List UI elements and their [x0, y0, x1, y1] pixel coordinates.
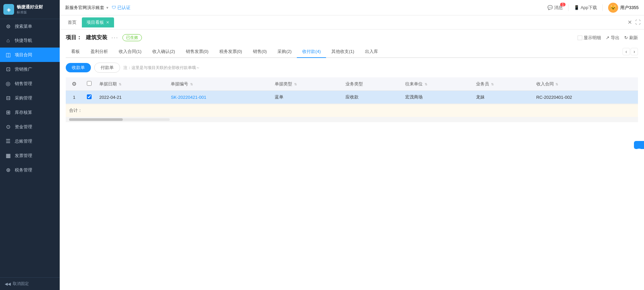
export-label: 导出 [611, 35, 620, 41]
sidebar-item-label: 快捷导航 [15, 38, 32, 44]
col-staff-label: 业务员 [476, 81, 489, 86]
sidebar-item-sales[interactable]: ◎ 销售管理 [0, 76, 60, 91]
horizontal-scrollbar[interactable] [66, 117, 638, 122]
total-label: 合计： [69, 108, 82, 113]
col-number-label: 单据编号 [171, 81, 188, 86]
export-button[interactable]: ↗ 导出 [606, 35, 620, 41]
subtab-inout[interactable]: 出入库 [360, 46, 383, 58]
subtab-receivepay-label: 收付款(4) [302, 49, 321, 54]
pay-filter-btn[interactable]: 付款单 [94, 63, 120, 73]
subtab-other-expense[interactable]: 其他收支(1) [326, 46, 360, 58]
sidebar-item-label: 营销推广 [15, 66, 32, 72]
quicknav-icon: ⌂ [5, 38, 11, 44]
subtab-profit-label: 盈利分析 [91, 49, 108, 54]
scrollbar-track[interactable] [69, 118, 170, 121]
sidebar-item-invoice[interactable]: ▦ 发票管理 [0, 148, 60, 163]
col-income-contract[interactable]: 收入合同 ⇅ [533, 77, 638, 91]
col-income-contract-label: 收入合同 [536, 81, 554, 86]
sidebar-item-capital[interactable]: ⊙ 资金管理 [0, 120, 60, 134]
sidebar-item-ledger[interactable]: ☰ 总账管理 [0, 134, 60, 148]
subtab-tax-invoice[interactable]: 税务发票(0) [214, 46, 248, 58]
sidebar-item-purchase[interactable]: ⊟ 采购管理 [0, 91, 60, 105]
sidebar-item-tax[interactable]: ⊛ 税务管理 [0, 163, 60, 177]
number-sort-icon: ⇅ [190, 82, 193, 86]
main-area: 新服务官网演示账套 ▾ 🛡 已认证 💬 消息 1 📱 App下载 😺 用户335… [60, 0, 644, 290]
row-checkbox[interactable] [87, 94, 92, 99]
workspace-name: 新服务官网演示账套 [65, 5, 104, 11]
col-checkbox [83, 77, 96, 91]
subtab-sales-label: 销售(0) [253, 49, 267, 54]
row-number-link[interactable]: SK-20220421-001 [171, 95, 206, 100]
col-date[interactable]: 单据日期 ⇅ [96, 77, 167, 91]
unpin-label: 取消固定 [13, 281, 29, 287]
tab-close-icon[interactable]: ✕ [106, 20, 109, 25]
subtab-income-contract-label: 收入合同(1) [119, 49, 142, 54]
tab-home-label: 首页 [68, 19, 76, 25]
sidebar: ◈ 畅捷通好业财 标准版 ⊜ 搜索菜单 ⌂ 快捷导航 ◫ 项目合同 ⊡ 营销推广… [0, 0, 60, 290]
sidebar-scroll: ⊜ 搜索菜单 ⌂ 快捷导航 ◫ 项目合同 ⊡ 营销推广 ◎ 销售管理 ⊟ 采购管… [0, 19, 60, 277]
col-biz-type: 业务类型 [342, 77, 402, 91]
subtab-other-expense-label: 其他收支(1) [331, 49, 354, 54]
sidebar-item-inventory[interactable]: ⊞ 库存核算 [0, 105, 60, 120]
workspace-selector[interactable]: 新服务官网演示账套 ▾ [65, 5, 108, 11]
row-date: 2022-04-21 [96, 91, 167, 104]
app-download-label: App下载 [581, 5, 597, 11]
subtab-sales-invoice-label: 销售发票(0) [186, 49, 209, 54]
content-inner: 项目： 建筑安装 ··· 已生效 显示明细 ↗ 导出 ↻ 刷 [60, 29, 644, 290]
row-staff: 龙妹 [473, 91, 533, 104]
maximize-window-icon[interactable]: ⛶ [635, 19, 641, 25]
subtab-sales[interactable]: 销售(0) [248, 46, 272, 58]
feedback-button[interactable]: 意见反馈 [634, 141, 644, 149]
subtab-next-arrow[interactable]: › [631, 48, 638, 55]
user-menu[interactable]: 😺 用户3355 [608, 3, 639, 13]
subtab-purchase-label: 采购(2) [277, 49, 291, 54]
shield-icon: 🛡 [112, 5, 116, 10]
subtab-receivepay[interactable]: 收付款(4) [297, 46, 326, 58]
data-table: ⚙ 单据日期 ⇅ 单据编号 ⇅ [66, 77, 638, 104]
table-settings-icon[interactable]: ⚙ [72, 81, 76, 87]
subtab-prev-arrow[interactable]: ‹ [623, 48, 630, 55]
col-partner[interactable]: 往来单位 ⇅ [402, 77, 473, 91]
show-detail-checkbox[interactable]: 显示明细 [578, 35, 601, 41]
col-number[interactable]: 单据编号 ⇅ [167, 77, 271, 91]
col-biz-type-label: 业务类型 [345, 81, 363, 86]
project-more-icon[interactable]: ··· [111, 34, 118, 41]
row-biz-type: 应收款 [342, 91, 402, 104]
close-window-icon[interactable]: ✕ [628, 19, 632, 25]
row-checkbox-cell [83, 91, 96, 104]
message-button[interactable]: 💬 消息 1 [547, 5, 563, 11]
sidebar-item-search[interactable]: ⊜ 搜索菜单 [0, 19, 60, 33]
subtab-purchase[interactable]: 采购(2) [272, 46, 297, 58]
subtab-sales-invoice[interactable]: 销售发票(0) [180, 46, 214, 58]
sidebar-footer[interactable]: ◀◀ 取消固定 [0, 277, 60, 290]
user-avatar: 😺 [608, 3, 618, 13]
subtab-income-contract[interactable]: 收入合同(1) [113, 46, 147, 58]
sidebar-header: ◈ 畅捷通好业财 标准版 [0, 0, 60, 19]
tab-project-board[interactable]: 项目看板 ✕ [82, 17, 114, 27]
purchase-icon: ⊟ [5, 95, 11, 101]
app-download-button[interactable]: 📱 App下载 [574, 5, 597, 11]
scrollbar-thumb[interactable] [69, 118, 123, 121]
subtab-income-confirm[interactable]: 收入确认(2) [147, 46, 180, 58]
verified-badge: 🛡 已认证 [112, 5, 130, 11]
sidebar-item-project[interactable]: ◫ 项目合同 [0, 48, 60, 62]
app-logo-icon: ◈ [7, 6, 11, 13]
subtab-kanban-label: 看板 [71, 49, 80, 54]
select-all-checkbox[interactable] [87, 81, 92, 86]
subtab-profit[interactable]: 盈利分析 [85, 46, 113, 58]
sidebar-item-label: 搜索菜单 [15, 23, 32, 29]
receive-filter-btn[interactable]: 收款单 [66, 63, 91, 72]
sidebar-item-quicknav[interactable]: ⌂ 快捷导航 [0, 33, 60, 48]
search-menu-icon: ⊜ [5, 23, 11, 29]
sidebar-item-marketing[interactable]: ⊡ 营销推广 [0, 62, 60, 76]
staff-sort-icon: ⇅ [491, 82, 494, 86]
col-staff[interactable]: 业务员 ⇅ [473, 77, 533, 91]
app-title: 畅捷通好业财 [17, 4, 43, 10]
col-settings[interactable]: ⚙ [66, 77, 83, 91]
col-type[interactable]: 单据类型 ⇅ [271, 77, 342, 91]
refresh-button[interactable]: ↻ 刷新 [624, 35, 638, 41]
row-index: 1 [66, 91, 83, 104]
project-name: 建筑安装 [86, 34, 107, 41]
tab-home[interactable]: 首页 [63, 17, 81, 27]
subtab-kanban[interactable]: 看板 [66, 46, 85, 58]
